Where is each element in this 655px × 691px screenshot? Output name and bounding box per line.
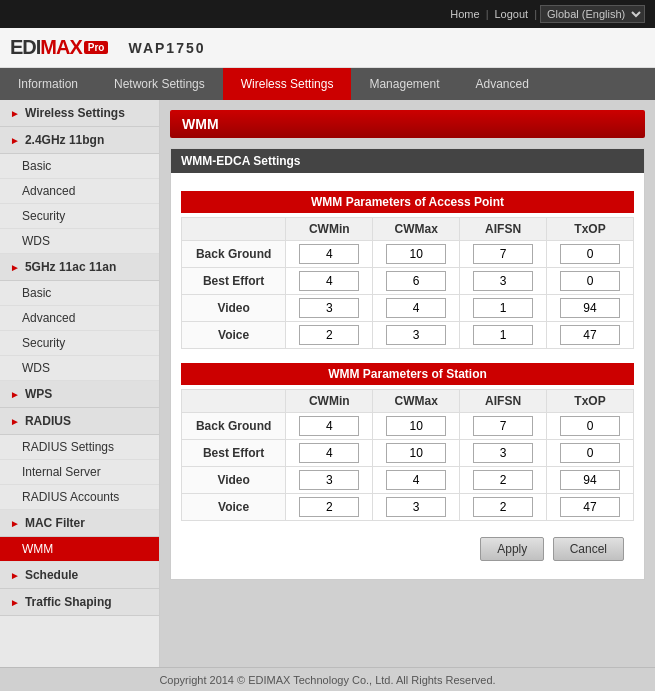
sidebar-wireless-settings-header[interactable]: ► Wireless Settings (0, 100, 159, 127)
ap-video-txop-input[interactable] (560, 298, 620, 318)
sidebar-traffic-shaping-header[interactable]: ► Traffic Shaping (0, 589, 159, 616)
arrow-icon-5: ► (10, 262, 20, 273)
sta-voice-cwmin-input[interactable] (299, 497, 359, 517)
sta-be-aifsn-input[interactable] (473, 443, 533, 463)
ap-bg-txop-input[interactable] (560, 244, 620, 264)
section-content: WMM Parameters of Access Point CWMin CWM… (171, 173, 644, 579)
station-table: CWMin CWMax AIFSN TxOP Back Ground (181, 389, 634, 521)
main-content: WMM WMM-EDCA Settings WMM Parameters of … (160, 100, 655, 667)
ap-bg-cwmin-input[interactable] (299, 244, 359, 264)
logo: EDIMAX Pro (10, 36, 108, 59)
ap-bg-cwmax-input[interactable] (386, 244, 446, 264)
nav-wireless-settings[interactable]: Wireless Settings (223, 68, 352, 100)
sidebar-schedule-header[interactable]: ► Schedule (0, 562, 159, 589)
sta-voice-aifsn-input[interactable] (473, 497, 533, 517)
nav-management[interactable]: Management (351, 68, 457, 100)
ap-table-container: WMM Parameters of Access Point CWMin CWM… (181, 191, 634, 349)
sta-voice-txop-input[interactable] (560, 497, 620, 517)
ap-row-be-txop (547, 268, 634, 295)
sidebar-radius-header[interactable]: ► RADIUS (0, 408, 159, 435)
sidebar-item-basic-24[interactable]: Basic (0, 154, 159, 179)
ap-be-aifsn-input[interactable] (473, 271, 533, 291)
nav-advanced[interactable]: Advanced (457, 68, 546, 100)
language-select[interactable]: Global (English) (540, 5, 645, 23)
sidebar-5ghz-header[interactable]: ► 5GHz 11ac 11an (0, 254, 159, 281)
sta-col-txop: TxOP (547, 390, 634, 413)
ap-voice-cwmin-input[interactable] (299, 325, 359, 345)
ap-voice-cwmax-input[interactable] (386, 325, 446, 345)
ap-row-be-label: Best Effort (182, 268, 286, 295)
sta-row-be-cwmax (373, 440, 460, 467)
sta-row-bg-aifsn (460, 413, 547, 440)
ap-col-cwmax: CWMax (373, 218, 460, 241)
sta-bg-cwmax-input[interactable] (386, 416, 446, 436)
ap-video-aifsn-input[interactable] (473, 298, 533, 318)
sidebar-item-internal-server[interactable]: Internal Server (0, 460, 159, 485)
ap-row-video-cwmax (373, 295, 460, 322)
arrow-icon: ► (10, 108, 20, 119)
sta-video-aifsn-input[interactable] (473, 470, 533, 490)
ap-voice-aifsn-input[interactable] (473, 325, 533, 345)
sidebar-item-wds-5[interactable]: WDS (0, 356, 159, 381)
ap-bg-aifsn-input[interactable] (473, 244, 533, 264)
sidebar-item-wds-24[interactable]: WDS (0, 229, 159, 254)
ap-row-voice-cwmax (373, 322, 460, 349)
sidebar-item-radius-settings[interactable]: RADIUS Settings (0, 435, 159, 460)
ap-video-cwmin-input[interactable] (299, 298, 359, 318)
sta-video-cwmin-input[interactable] (299, 470, 359, 490)
sidebar-wps-header[interactable]: ► WPS (0, 381, 159, 408)
ap-col-aifsn: AIFSN (460, 218, 547, 241)
sta-row-voice-label: Voice (182, 494, 286, 521)
sta-be-cwmax-input[interactable] (386, 443, 446, 463)
sta-video-txop-input[interactable] (560, 470, 620, 490)
sta-video-cwmax-input[interactable] (386, 470, 446, 490)
logo-bar: EDIMAX Pro WAP1750 (0, 28, 655, 68)
arrow-icon-schedule: ► (10, 570, 20, 581)
sta-be-cwmin-input[interactable] (299, 443, 359, 463)
sta-row-be-cwmin (286, 440, 373, 467)
table-row: Best Effort (182, 440, 634, 467)
ap-row-be-aifsn (460, 268, 547, 295)
ap-be-txop-input[interactable] (560, 271, 620, 291)
home-link[interactable]: Home (450, 8, 479, 20)
cancel-button[interactable]: Cancel (553, 537, 624, 561)
ap-be-cwmax-input[interactable] (386, 271, 446, 291)
apply-button[interactable]: Apply (480, 537, 544, 561)
sidebar-item-basic-5[interactable]: Basic (0, 281, 159, 306)
logout-link[interactable]: Logout (494, 8, 528, 20)
ap-be-cwmin-input[interactable] (299, 271, 359, 291)
table-row: Best Effort (182, 268, 634, 295)
footer: Copyright 2014 © EDIMAX Technology Co., … (0, 667, 655, 691)
sta-row-bg-cwmin (286, 413, 373, 440)
sidebar-item-security-5[interactable]: Security (0, 331, 159, 356)
sta-bg-cwmin-input[interactable] (299, 416, 359, 436)
content-wrapper: ► Wireless Settings ► 2.4GHz 11bgn Basic… (0, 100, 655, 667)
sidebar-item-radius-accounts[interactable]: RADIUS Accounts (0, 485, 159, 510)
edimax-logo: EDIMAX (10, 36, 82, 59)
ap-voice-txop-input[interactable] (560, 325, 620, 345)
sta-row-be-label: Best Effort (182, 440, 286, 467)
ap-row-be-cwmax (373, 268, 460, 295)
sta-voice-cwmax-input[interactable] (386, 497, 446, 517)
sidebar-item-security-24[interactable]: Security (0, 204, 159, 229)
table-row: Video (182, 467, 634, 494)
nav-network-settings[interactable]: Network Settings (96, 68, 223, 100)
sta-row-bg-cwmax (373, 413, 460, 440)
sidebar-24ghz-header[interactable]: ► 2.4GHz 11bgn (0, 127, 159, 154)
sta-bg-aifsn-input[interactable] (473, 416, 533, 436)
sidebar-mac-filter-header[interactable]: ► MAC Filter (0, 510, 159, 537)
nav-information[interactable]: Information (0, 68, 96, 100)
ap-row-video-label: Video (182, 295, 286, 322)
sidebar-item-advanced-24[interactable]: Advanced (0, 179, 159, 204)
sta-row-bg-txop (547, 413, 634, 440)
sidebar-item-wmm[interactable]: WMM (0, 537, 159, 562)
ap-row-bg-aifsn (460, 241, 547, 268)
table-row: Video (182, 295, 634, 322)
sta-col-aifsn: AIFSN (460, 390, 547, 413)
ap-video-cwmax-input[interactable] (386, 298, 446, 318)
sta-row-be-aifsn (460, 440, 547, 467)
ap-row-bg-txop (547, 241, 634, 268)
sta-be-txop-input[interactable] (560, 443, 620, 463)
sta-bg-txop-input[interactable] (560, 416, 620, 436)
sidebar-item-advanced-5[interactable]: Advanced (0, 306, 159, 331)
